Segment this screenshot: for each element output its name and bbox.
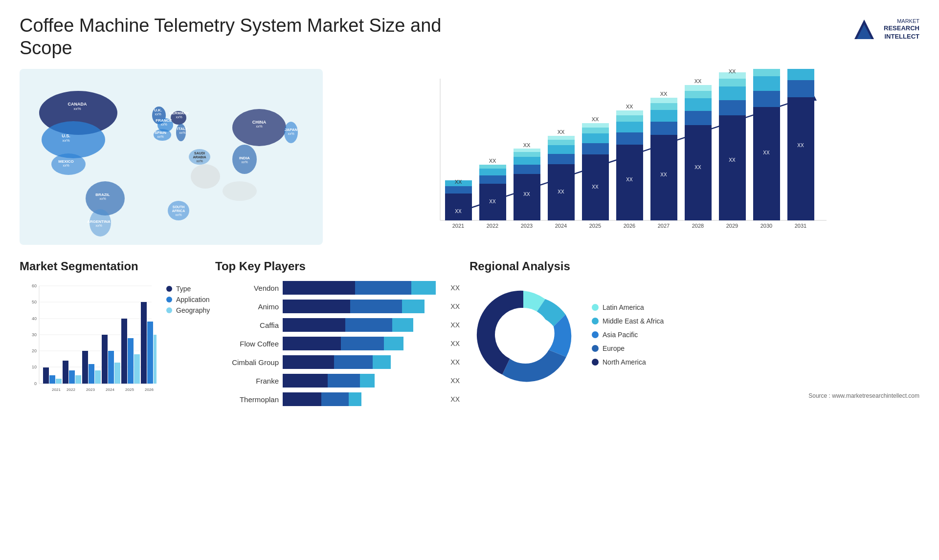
svg-text:XX: XX bbox=[455, 179, 462, 185]
player-row-franke: Franke XX bbox=[215, 374, 460, 388]
player-bar bbox=[283, 281, 444, 295]
svg-text:xx%: xx% bbox=[160, 123, 167, 126]
svg-rect-116 bbox=[753, 91, 780, 107]
svg-text:XX: XX bbox=[489, 158, 496, 164]
map-section: CANADA xx% U.S. xx% MEXICO xx% BRAZIL xx… bbox=[20, 69, 323, 245]
svg-rect-161 bbox=[89, 364, 94, 384]
svg-rect-91 bbox=[616, 110, 643, 115]
bar-seg1 bbox=[283, 300, 350, 313]
svg-text:xx%: xx% bbox=[175, 213, 181, 216]
svg-rect-174 bbox=[154, 335, 156, 384]
svg-text:2022: 2022 bbox=[487, 223, 498, 229]
geography-dot bbox=[166, 307, 172, 313]
player-bar bbox=[283, 392, 444, 406]
bar-seg3 bbox=[384, 337, 403, 350]
svg-rect-55 bbox=[445, 194, 472, 220]
europe-label: Europe bbox=[603, 345, 625, 352]
svg-text:ARGENTINA: ARGENTINA bbox=[87, 219, 111, 224]
svg-rect-102 bbox=[685, 111, 712, 125]
bar-seg2 bbox=[350, 300, 402, 313]
svg-text:xx%: xx% bbox=[95, 224, 102, 227]
donut-chart bbox=[470, 281, 577, 388]
bar-seg1 bbox=[283, 281, 355, 295]
svg-text:2031: 2031 bbox=[795, 223, 806, 229]
svg-text:XX: XX bbox=[660, 172, 667, 177]
svg-text:20: 20 bbox=[32, 348, 37, 353]
donut-hole bbox=[496, 308, 550, 362]
player-value: XX bbox=[450, 340, 460, 347]
svg-text:SOUTH: SOUTH bbox=[173, 205, 185, 209]
svg-rect-66 bbox=[514, 174, 540, 220]
svg-text:0: 0 bbox=[34, 381, 37, 386]
seg-legend: Type Application Geography bbox=[166, 285, 210, 314]
player-value: XX bbox=[450, 358, 460, 366]
application-dot bbox=[166, 297, 172, 302]
svg-rect-115 bbox=[753, 107, 780, 220]
legend-application: Application bbox=[166, 296, 210, 303]
svg-text:BRAZIL: BRAZIL bbox=[95, 193, 110, 197]
player-value: XX bbox=[450, 321, 460, 329]
svg-text:xx%: xx% bbox=[179, 131, 185, 134]
svg-text:U.S.: U.S. bbox=[62, 133, 70, 138]
svg-text:2023: 2023 bbox=[521, 223, 533, 229]
svg-rect-84 bbox=[582, 123, 609, 128]
players-title: Top Key Players bbox=[215, 259, 460, 273]
svg-text:XX: XX bbox=[489, 199, 496, 204]
svg-rect-63 bbox=[479, 165, 506, 169]
svg-rect-95 bbox=[650, 122, 677, 135]
middle-east-dot bbox=[592, 318, 599, 324]
bar-seg1 bbox=[283, 374, 328, 388]
svg-text:GERMANY: GERMANY bbox=[169, 111, 190, 115]
segmentation-section: Market Segmentation 0 10 20 bbox=[20, 259, 205, 406]
player-bar bbox=[283, 300, 444, 313]
svg-text:40: 40 bbox=[32, 316, 37, 321]
logo-area: MARKET RESEARCH INTELLECT bbox=[850, 15, 919, 44]
svg-rect-152 bbox=[43, 367, 49, 384]
svg-rect-82 bbox=[582, 133, 609, 143]
svg-rect-67 bbox=[514, 165, 540, 174]
svg-rect-110 bbox=[719, 86, 746, 100]
bar-chart-container: XX 2021 XX 2022 XX 2023 bbox=[333, 69, 919, 245]
svg-rect-88 bbox=[616, 132, 643, 145]
svg-rect-166 bbox=[114, 363, 120, 384]
svg-text:2025: 2025 bbox=[125, 388, 134, 392]
segmentation-title: Market Segmentation bbox=[20, 259, 205, 273]
bar-seg2 bbox=[355, 281, 411, 295]
players-list: Vendon XX Animo XX Caffia bbox=[215, 281, 460, 406]
svg-rect-103 bbox=[685, 98, 712, 111]
svg-text:XX: XX bbox=[558, 129, 565, 135]
player-value: XX bbox=[450, 302, 460, 310]
regional-section: Regional Analysis bbox=[470, 259, 919, 406]
svg-rect-61 bbox=[479, 175, 506, 184]
svg-rect-173 bbox=[147, 322, 153, 384]
player-value: XX bbox=[450, 284, 460, 292]
player-name: Vendon bbox=[215, 284, 279, 292]
svg-text:50: 50 bbox=[32, 300, 37, 304]
svg-rect-156 bbox=[63, 361, 68, 384]
player-name: Cimbali Group bbox=[215, 358, 279, 366]
svg-text:XX: XX bbox=[694, 78, 702, 84]
header: Coffee Machine Telemetry System Market S… bbox=[20, 15, 919, 59]
bar-seg3 bbox=[360, 374, 375, 388]
bar-seg2 bbox=[328, 374, 360, 388]
bar-chart-section: XX 2021 XX 2022 XX 2023 bbox=[333, 69, 919, 245]
player-name: Franke bbox=[215, 377, 279, 385]
svg-rect-77 bbox=[548, 136, 575, 140]
svg-rect-109 bbox=[719, 100, 746, 115]
svg-text:XX: XX bbox=[626, 104, 633, 109]
legend-type: Type bbox=[166, 285, 210, 293]
source-text: Source : www.marketresearchintellect.com bbox=[470, 392, 919, 399]
svg-text:SAUDI: SAUDI bbox=[194, 151, 205, 155]
bar-seg2 bbox=[321, 392, 349, 406]
svg-text:AFRICA: AFRICA bbox=[172, 209, 185, 213]
geography-label: Geography bbox=[176, 306, 210, 314]
svg-rect-111 bbox=[719, 79, 746, 86]
svg-text:FRANCE: FRANCE bbox=[156, 118, 172, 123]
svg-rect-68 bbox=[514, 157, 540, 165]
svg-text:XX: XX bbox=[694, 165, 701, 170]
svg-text:2025: 2025 bbox=[589, 223, 601, 229]
svg-text:XX: XX bbox=[729, 157, 736, 163]
svg-text:2030: 2030 bbox=[760, 223, 772, 229]
svg-rect-87 bbox=[616, 145, 643, 220]
svg-text:2027: 2027 bbox=[658, 223, 670, 229]
